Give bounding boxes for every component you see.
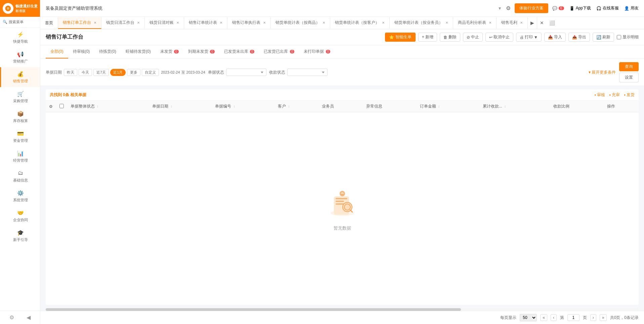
date-yesterday[interactable]: 昨天: [64, 69, 77, 76]
setting-button[interactable]: 设置: [619, 73, 639, 82]
cancel-review-btn[interactable]: 充审: [609, 92, 620, 98]
query-button[interactable]: 查询: [619, 62, 639, 71]
tab-cash-reconcile[interactable]: 钱货日清对账 ✕: [145, 17, 184, 29]
next-page-btn[interactable]: ›: [590, 314, 596, 321]
tab-home[interactable]: 首页: [40, 17, 58, 29]
quick-nav-icon: ⚡: [17, 31, 24, 38]
filter-tab-pending-review[interactable]: 待审核(0): [68, 45, 95, 58]
tab-close-icon[interactable]: ✕: [137, 21, 140, 25]
ship-action-btn[interactable]: 发货: [624, 92, 635, 98]
date-custom[interactable]: 自定义: [142, 69, 159, 76]
stop-button[interactable]: ⊘ 中止: [463, 33, 483, 42]
collapse-footer-btn[interactable]: ◀: [27, 314, 31, 321]
col-settings[interactable]: ⚙: [46, 101, 56, 112]
export-button[interactable]: 📤 导出: [568, 33, 590, 42]
payment-select[interactable]: [287, 69, 328, 76]
tab-close-icon[interactable]: ✕: [94, 21, 96, 25]
expand-btn[interactable]: ▾ 展开更多条件: [589, 70, 616, 75]
filter-tab-overdue[interactable]: 到期未发货 0: [183, 45, 219, 58]
tab-sales-workbench[interactable]: 销售订单工作台 ✕: [58, 17, 101, 29]
print-button[interactable]: 🖨 打印 ▼: [516, 33, 542, 42]
tab-sales-profit[interactable]: 销售毛利 ✕: [497, 17, 528, 29]
date-more[interactable]: 更多: [127, 69, 140, 76]
sidebar-item-inventory[interactable]: 📦 库存核算: [0, 107, 40, 127]
tab-close-icon[interactable]: ✕: [445, 21, 448, 25]
sidebar-item-label: 营销推广: [13, 59, 28, 64]
date-today[interactable]: 今天: [79, 69, 92, 76]
settings-footer-btn[interactable]: ⚙: [9, 314, 14, 321]
tab-cash-daily[interactable]: 钱货日清工作台 ✕: [101, 17, 145, 29]
tab-nav-right[interactable]: ▶: [528, 17, 537, 29]
tab-maximize[interactable]: ⬜: [547, 17, 558, 29]
smart-generate-button[interactable]: ⭐ 智能生单: [385, 33, 416, 42]
date-7days[interactable]: 近7天: [93, 69, 109, 76]
tab-sales-summary-product[interactable]: 销货单统计表（按商品） ✕: [271, 17, 330, 29]
page-input[interactable]: [567, 314, 579, 321]
tab-close-icon[interactable]: ✕: [263, 21, 266, 25]
tab-sales-stats[interactable]: 销售订单统计表 ✕: [184, 17, 227, 29]
add-button[interactable]: + 新增: [418, 33, 437, 42]
message-item[interactable]: 💬 6: [552, 6, 564, 11]
sidebar-item-finance[interactable]: 💳 资金管理: [0, 127, 40, 147]
tab-sales-summary-staff[interactable]: 销货单统计表（按业务员） ✕: [390, 17, 453, 29]
sidebar-item-marketing[interactable]: 📢 营销推广: [0, 47, 40, 67]
tab-close-icon[interactable]: ✕: [323, 21, 325, 25]
filter-tab-not-printed[interactable]: 未打印单据 0: [299, 45, 335, 58]
sidebar-item-base[interactable]: 🗂 基础信息: [0, 166, 40, 186]
filter-tab-pending-inspect[interactable]: 待拣货(0): [94, 45, 121, 58]
tab-sales-summary-customer[interactable]: 销货单统计表（按客户） ✕: [330, 17, 390, 29]
refresh-button[interactable]: 🔄 刷新: [593, 33, 614, 42]
sidebar-item-system[interactable]: ⚙️ 系统管理: [0, 186, 40, 206]
sidebar-item-operation[interactable]: 📊 经营管理: [0, 147, 40, 166]
tab-profit-analysis[interactable]: 商品毛利分析表 ✕: [453, 17, 497, 29]
show-detail-input[interactable]: [617, 35, 621, 39]
tab-close-icon[interactable]: ✕: [176, 21, 179, 25]
filter-tab-wangpu[interactable]: 旺铺待发货(0): [121, 45, 156, 58]
not-printed-badge: 0: [326, 50, 331, 53]
sidebar-item-quick-nav[interactable]: ⚡ 快捷导航: [0, 28, 40, 47]
col-ratio: 收款比例: [550, 101, 604, 112]
last-page-btn[interactable]: »: [600, 314, 607, 321]
scroll-bar-area[interactable]: [46, 308, 639, 311]
first-page-btn[interactable]: «: [540, 314, 547, 321]
tab-label: 销售毛利: [501, 20, 517, 26]
col-checkbox[interactable]: [56, 101, 67, 112]
status-select[interactable]: [226, 69, 266, 76]
tab-close-all[interactable]: ✕: [537, 17, 547, 29]
scroll-bar[interactable]: [46, 308, 461, 311]
settings-icon[interactable]: ⚙: [506, 5, 511, 11]
filter-tab-shipped-in[interactable]: 已发货已出库 0: [259, 45, 299, 58]
import-button[interactable]: 📥 导入: [544, 33, 566, 42]
dropdown-icon[interactable]: ▼: [498, 6, 502, 11]
page-of: 页: [583, 315, 587, 321]
tab-close-icon[interactable]: ✕: [220, 21, 222, 25]
tab-close-icon[interactable]: ✕: [520, 21, 523, 25]
status-field: 单据状态: [208, 69, 266, 76]
delete-button[interactable]: 🗑 删除: [440, 33, 460, 42]
date-1month[interactable]: 近1月: [110, 69, 126, 76]
sidebar-item-purchase[interactable]: 🛒 采购管理: [0, 87, 40, 107]
app-download-item[interactable]: 📱 App下载: [569, 5, 591, 11]
user-item[interactable]: 👤 用友: [624, 5, 639, 11]
sidebar-item-enterprise[interactable]: 🤝 企业协同: [0, 206, 40, 226]
review-action-btn[interactable]: 审核: [594, 92, 605, 98]
sidebar-search[interactable]: 🔍 搜索菜单: [0, 17, 40, 28]
trial-button[interactable]: 体验行业方案: [515, 3, 548, 13]
sidebar-item-label: 基础信息: [13, 178, 28, 183]
sidebar-item-sales[interactable]: 💰 销售管理: [0, 67, 40, 87]
tab-close-icon[interactable]: ✕: [382, 21, 385, 25]
filter-tab-all[interactable]: 全部(0): [46, 45, 68, 58]
show-detail-checkbox[interactable]: 显示明细: [617, 34, 639, 40]
tab-close-icon[interactable]: ✕: [489, 21, 491, 25]
prev-page-btn[interactable]: ‹: [551, 314, 557, 321]
filter-tab-not-shipped[interactable]: 未发货 0: [156, 45, 183, 58]
select-all-checkbox[interactable]: [59, 104, 64, 108]
page-size-select[interactable]: 50 10 20 100: [520, 314, 537, 321]
filter-tab-shipped-not-in[interactable]: 已发货未出库 0: [219, 45, 259, 58]
sidebar-item-newbie[interactable]: 🎓 新手引导: [0, 226, 40, 246]
tab-sales-exec[interactable]: 销售订单执行表 ✕: [227, 17, 271, 29]
smart-btn-label: 智能生单: [395, 34, 412, 40]
online-service-item[interactable]: 🎧 在线客服: [596, 5, 619, 11]
date-field: 单据日期 昨天 今天 近7天 近1月 更多 自定义 2023-02-24 至 2…: [46, 69, 205, 76]
cancel-stop-button[interactable]: ↩ 取消中止: [485, 33, 513, 42]
